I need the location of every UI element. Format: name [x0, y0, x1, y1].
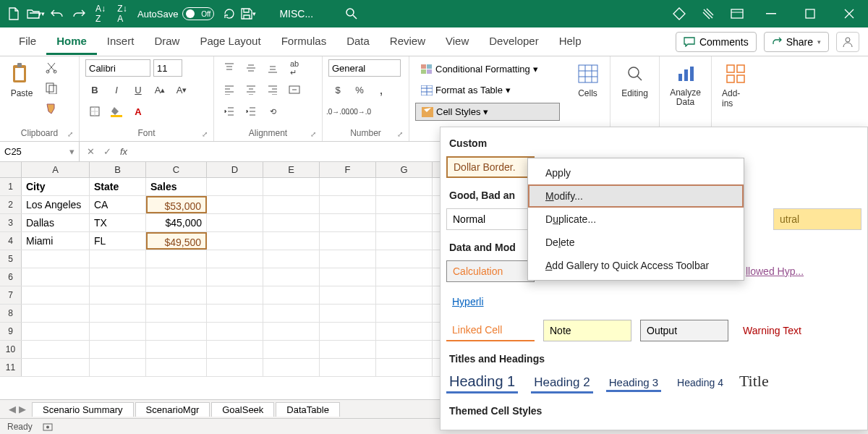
cell[interactable] — [320, 232, 376, 250]
row-header[interactable]: 2 — [0, 196, 22, 213]
increase-indent-icon[interactable] — [242, 103, 260, 120]
coming-soon-icon[interactable] — [699, 4, 718, 23]
wrap-text-icon[interactable]: ab↵ — [285, 59, 304, 77]
ribbon-display-icon[interactable] — [728, 4, 746, 23]
select-all-corner[interactable] — [0, 162, 22, 177]
new-file-icon[interactable] — [4, 4, 23, 23]
tab-page-layout[interactable]: Page Layout — [190, 29, 271, 55]
cell[interactable]: CA — [90, 196, 146, 213]
analyze-data-button[interactable]: AnalyzeData — [665, 59, 705, 110]
tab-data[interactable]: Data — [336, 29, 380, 55]
ctx-modify[interactable]: Modify... — [528, 184, 744, 208]
font-color-icon[interactable]: A — [129, 103, 148, 120]
macro-record-icon[interactable] — [43, 422, 53, 432]
cell[interactable] — [22, 341, 90, 358]
style-chip-heading4[interactable]: Heading 4 — [674, 375, 726, 390]
font-name-select[interactable] — [85, 59, 150, 77]
sheet-tab[interactable]: ScenarioMgr — [135, 402, 210, 417]
cell[interactable] — [207, 341, 263, 358]
copy-icon[interactable] — [42, 80, 61, 97]
cell[interactable]: State — [90, 178, 146, 195]
cell[interactable]: $49,500 — [146, 232, 207, 250]
conditional-formatting-button[interactable]: Conditional Formatting ▾ — [415, 61, 560, 77]
cell[interactable] — [263, 196, 320, 213]
cell[interactable]: Miami — [22, 232, 90, 250]
cell[interactable] — [320, 250, 376, 268]
cell[interactable] — [146, 341, 207, 358]
style-chip-note[interactable]: Note — [543, 320, 631, 341]
align-top-icon[interactable] — [220, 59, 239, 77]
enter-formula-icon[interactable]: ✓ — [103, 146, 111, 157]
style-chip-dollar-border[interactable]: Dollar Border. — [446, 156, 535, 178]
align-bottom-icon[interactable] — [263, 59, 282, 77]
percent-icon[interactable]: % — [350, 81, 369, 98]
cell[interactable] — [207, 323, 263, 340]
cell[interactable] — [146, 268, 207, 286]
italic-button[interactable]: I — [107, 81, 126, 98]
cell[interactable] — [146, 359, 207, 376]
cell[interactable] — [207, 286, 263, 304]
cell[interactable] — [22, 305, 90, 322]
align-left-icon[interactable] — [220, 81, 239, 98]
row-header[interactable]: 8 — [0, 305, 22, 322]
cell[interactable] — [207, 305, 263, 322]
cell[interactable] — [320, 286, 376, 304]
cell[interactable] — [320, 341, 376, 358]
tab-home[interactable]: Home — [46, 29, 97, 55]
comma-icon[interactable]: , — [372, 81, 391, 98]
cell[interactable] — [207, 250, 263, 268]
style-chip-heading3[interactable]: Heading 3 — [606, 375, 661, 392]
cell[interactable] — [90, 359, 146, 376]
cell[interactable] — [146, 286, 207, 304]
tab-view[interactable]: View — [435, 29, 479, 55]
row-header[interactable]: 10 — [0, 341, 22, 358]
search-icon[interactable] — [342, 4, 361, 23]
font-size-select[interactable] — [153, 59, 182, 77]
cell[interactable] — [90, 286, 146, 304]
redo-icon[interactable] — [69, 4, 88, 23]
cell[interactable] — [376, 305, 433, 322]
row-header[interactable]: 1 — [0, 178, 22, 195]
cell[interactable] — [207, 214, 263, 231]
style-chip-title[interactable]: Title — [739, 372, 769, 391]
column-header[interactable]: G — [376, 162, 433, 177]
cell[interactable]: FL — [90, 232, 146, 250]
row-header[interactable]: 6 — [0, 268, 22, 286]
cell[interactable] — [376, 268, 433, 286]
cell[interactable] — [90, 268, 146, 286]
orientation-icon[interactable]: ⟲ — [263, 103, 282, 120]
cell[interactable] — [320, 359, 376, 376]
cell[interactable] — [90, 250, 146, 268]
style-chip-output[interactable]: Output — [640, 320, 728, 341]
cancel-formula-icon[interactable]: ✕ — [87, 146, 95, 157]
cell[interactable] — [263, 305, 320, 322]
align-middle-icon[interactable] — [242, 59, 260, 77]
cell[interactable] — [263, 250, 320, 268]
addins-button[interactable]: Add-ins — [718, 59, 754, 111]
cell[interactable] — [263, 286, 320, 304]
autosave-toggle[interactable]: AutoSave Off — [137, 7, 214, 20]
cell[interactable] — [376, 341, 433, 358]
editing-button[interactable]: Editing — [616, 59, 653, 101]
name-box[interactable]: C25▾ — [0, 142, 80, 161]
undo-icon[interactable] — [48, 4, 67, 23]
tab-draw[interactable]: Draw — [144, 29, 190, 55]
cell[interactable] — [146, 250, 207, 268]
cell[interactable]: TX — [90, 214, 146, 231]
bold-button[interactable]: B — [85, 81, 104, 98]
currency-icon[interactable]: $ — [328, 81, 347, 98]
tab-developer[interactable]: Developer — [479, 29, 548, 55]
row-header[interactable]: 7 — [0, 286, 22, 304]
refresh-icon[interactable] — [220, 4, 239, 23]
share-button[interactable]: Share▾ — [764, 32, 829, 52]
cell[interactable]: Dallas — [22, 214, 90, 231]
cell[interactable] — [376, 286, 433, 304]
cell[interactable] — [376, 196, 433, 213]
borders-icon[interactable] — [85, 103, 104, 120]
style-chip-followed-hyperlink[interactable]: llowed Hyp... — [740, 260, 820, 282]
fx-icon[interactable]: fx — [120, 146, 127, 157]
cell[interactable]: City — [22, 178, 90, 195]
merge-icon[interactable] — [285, 81, 304, 98]
sheet-nav-prev-icon[interactable]: ◀ — [9, 404, 16, 414]
cell[interactable] — [90, 341, 146, 358]
